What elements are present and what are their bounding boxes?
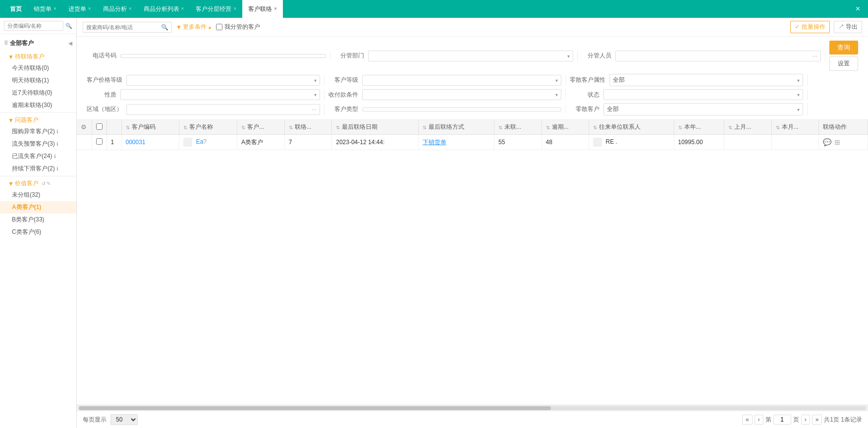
col-no-contact[interactable]: 未联... [494,120,542,135]
sidebar-item-a-class[interactable]: A类客户(1) [0,201,76,214]
sort-contact-icon [289,124,294,131]
cell-checkbox[interactable] [92,135,107,150]
query-button[interactable]: 查询 [829,41,858,54]
top-nav: 首页 销货单 × 进货单 × 商品分析 × 商品分析列表 × 客户分层经营 × … [0,0,868,18]
chat-icon[interactable]: 💬 [823,138,831,146]
select-payment[interactable] [362,89,562,100]
select-status[interactable] [603,89,803,100]
input-phone[interactable] [120,54,326,58]
filter-search-icon[interactable]: 🔍 [161,24,168,31]
my-customers-checkbox[interactable] [216,24,222,30]
select-nature[interactable] [120,89,320,100]
page-input[interactable] [773,415,791,425]
sidebar-item-declining[interactable]: 持续下滑客户(2) ℹ [0,162,76,175]
label-retail: 零散客户 [570,105,599,113]
sidebar-root[interactable]: ⠿ 全部客户 ◀ [0,36,76,51]
input-type[interactable] [362,107,562,111]
input-region[interactable]: ··· [126,104,320,115]
select-customer-level[interactable] [362,75,562,86]
nav-close-window[interactable]: × [852,4,864,13]
nav-tab-analysis-list[interactable]: 商品分析列表 × [138,0,190,18]
sidebar-section-problem[interactable]: ▼ 问题客户 [0,114,76,125]
close-tab-customer-contact-icon[interactable]: × [274,0,277,18]
nav-tab-purchase[interactable]: 进货单 × [62,0,97,18]
sidebar-item-unclassified[interactable]: 未分组(32) [0,189,76,201]
sidebar-item-abnormal[interactable]: 囤购异常客户(2) ℹ [0,125,76,138]
edit-icon[interactable]: ✎ [47,181,51,186]
next-page-btn[interactable]: › [801,415,810,425]
sidebar-search-icon[interactable] [65,22,72,29]
gear-col-icon[interactable] [81,124,87,131]
main-layout: ⠿ 全部客户 ◀ ▼ 待联络客户 今天待联络(0) 明天待联络(1) 近7天待联… [0,18,868,428]
dots-icon-person: ··· [813,53,817,59]
cell-name[interactable]: Ea? [179,135,237,150]
sidebar-item-tomorrow[interactable]: 明天待联络(1) [0,74,76,87]
col-name[interactable]: 客户名称 [179,120,237,135]
refresh-icon[interactable]: ↺ [42,181,46,186]
nav-home[interactable]: 首页 [4,0,28,18]
label-retail-attr: 零散客户属性 [570,76,605,84]
sidebar-section-pending[interactable]: ▼ 待联络客户 [0,51,76,62]
close-tab-analysis-list-icon[interactable]: × [181,0,184,18]
col-this-month[interactable]: 本月... [771,120,819,135]
label-region: 区域（地区） [87,105,122,113]
sidebar-item-overdue[interactable]: 逾期未联络(30) [0,99,76,111]
select-retail[interactable]: 全部 [603,103,803,115]
first-page-btn[interactable]: « [742,415,753,425]
col-this-year[interactable]: 本年... [674,120,724,135]
sidebar-item-today[interactable]: 今天待联络(0) [0,62,76,74]
col-checkbox[interactable] [92,120,107,135]
filter-search-input[interactable] [86,24,159,30]
filter-cell-phone: 电话号码 [83,52,330,60]
close-tab-analysis-icon[interactable]: × [129,0,132,18]
cell-code[interactable]: 000031 [121,135,179,150]
per-page-select[interactable]: 50 100 200 [110,414,138,425]
sidebar-search-input[interactable] [4,21,63,31]
nav-tab-customer-mgmt[interactable]: 客户分层经营 × [190,0,242,18]
sidebar-item-lost[interactable]: 已流失客户(24) ℹ [0,150,76,162]
window-close-icon[interactable]: × [852,4,864,13]
prev-page-btn[interactable]: ‹ [755,415,763,425]
row-checkbox[interactable] [96,138,103,145]
close-tab-sales-icon[interactable]: × [54,0,56,18]
col-code[interactable]: 客户编码 [121,120,179,135]
sidebar-section-value[interactable]: ▼ 价值客户 ↺ ✎ [0,177,76,189]
settings-button[interactable]: 设置 [829,56,858,71]
col-level[interactable]: 客户... [237,120,285,135]
col-last-date[interactable]: 最后联络日期 [332,120,419,135]
sidebar-item-c-class[interactable]: C类客户(6) [0,226,76,238]
col-contact[interactable]: 联络... [284,120,332,135]
last-page-btn[interactable]: » [812,415,822,425]
col-unit-contact[interactable]: 往来单位联系人 [589,120,674,135]
select-dept[interactable] [368,51,574,61]
grid-action-icon[interactable]: ⊞ [834,138,840,146]
close-tab-purchase-icon[interactable]: × [88,0,91,18]
nav-tab-customer-contact[interactable]: 客户联络 × [242,0,283,18]
chevron-down-status-icon [797,91,800,98]
filter-row-3: 性质 收付款条件 状态 [83,89,862,100]
scrollbar-track[interactable] [79,406,866,410]
info-icon-2: ℹ [56,141,58,147]
col-overdue[interactable]: 逾期... [542,120,589,135]
sidebar-item-warning[interactable]: 流失预警客户(3) ℹ [0,138,76,150]
filter-more-btn[interactable]: ▼ 更多条件 ▲ [176,23,212,31]
close-tab-customer-mgmt-icon[interactable]: × [233,0,236,18]
sidebar-item-b-class[interactable]: B类客户(33) [0,214,76,226]
export-button[interactable]: ↗ 导出 [834,21,862,33]
scrollbar-thumb[interactable] [79,406,551,410]
table-scroll-area[interactable]: 客户编码 客户名称 [77,120,868,405]
input-person[interactable]: ··· [615,51,821,61]
col-last-way[interactable]: 最后联络方式 [418,120,494,135]
nav-tab-sales[interactable]: 销货单 × [28,0,62,18]
select-price-level[interactable] [126,75,320,86]
batch-op-button[interactable]: ✓ 批量操作 [790,21,829,33]
sidebar-item-7days[interactable]: 近7天待联络(0) [0,87,76,99]
horizontal-scrollbar[interactable] [77,405,868,411]
nav-tab-analysis[interactable]: 商品分析 × [97,0,138,18]
select-retail-attr[interactable]: 全部 [609,74,803,86]
select-all-checkbox[interactable] [96,123,103,130]
col-settings[interactable] [77,120,92,135]
sidebar-collapse-icon[interactable]: ◀ [68,41,72,46]
cell-last-way[interactable]: 下销货单 [418,135,494,150]
col-last-month[interactable]: 上月... [724,120,772,135]
